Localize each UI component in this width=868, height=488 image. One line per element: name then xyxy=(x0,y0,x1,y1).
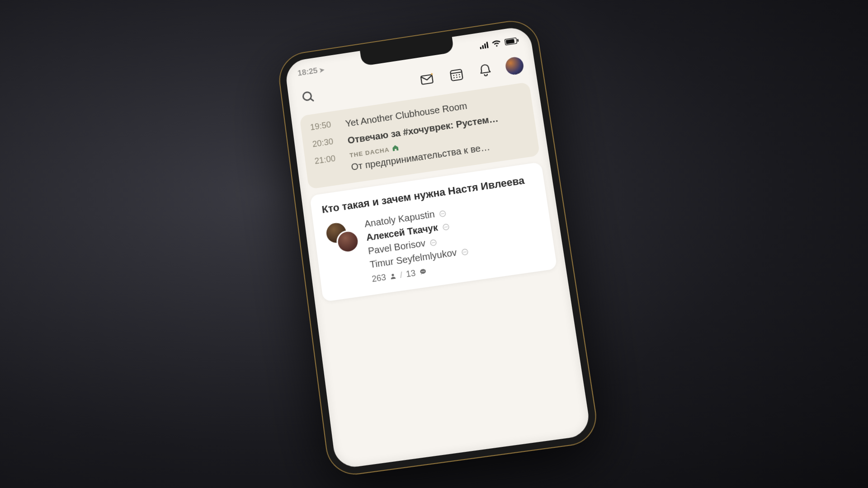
svg-point-29 xyxy=(466,251,467,252)
svg-point-12 xyxy=(456,77,458,78)
svg-point-23 xyxy=(432,242,433,243)
chat-bubble-icon xyxy=(429,237,438,246)
svg-point-27 xyxy=(463,252,464,253)
svg-point-21 xyxy=(447,226,448,227)
wifi-icon xyxy=(491,39,502,48)
svg-point-30 xyxy=(392,274,394,277)
search-icon[interactable] xyxy=(299,88,317,106)
chat-bubble-icon xyxy=(438,208,447,217)
svg-point-17 xyxy=(443,213,444,214)
speech-icon xyxy=(419,268,428,276)
schedule-time: 20:30 xyxy=(312,136,340,150)
battery-icon xyxy=(505,37,519,46)
chat-bubble-icon xyxy=(441,221,450,231)
person-icon xyxy=(389,272,397,280)
envelope-sparkle-icon[interactable] xyxy=(418,70,437,89)
svg-rect-2 xyxy=(517,39,519,42)
svg-point-11 xyxy=(453,77,455,79)
cellular-signal-icon xyxy=(479,42,489,49)
listener-count: 263 xyxy=(371,272,387,284)
schedule-time: 21:00 xyxy=(314,153,342,166)
svg-point-24 xyxy=(433,242,434,243)
bell-icon[interactable] xyxy=(476,61,495,80)
svg-point-13 xyxy=(459,76,460,78)
house-icon xyxy=(392,144,399,153)
schedule-time: 19:50 xyxy=(310,119,338,132)
location-services-icon: ➤ xyxy=(319,66,325,74)
svg-line-7 xyxy=(451,72,462,74)
svg-line-4 xyxy=(311,98,313,101)
speaker-avatars xyxy=(324,218,361,255)
svg-point-10 xyxy=(458,74,460,75)
speaker-count: 13 xyxy=(406,268,416,279)
calendar-icon[interactable] xyxy=(447,65,466,84)
profile-avatar[interactable] xyxy=(505,56,525,76)
svg-rect-1 xyxy=(505,39,514,44)
svg-point-20 xyxy=(445,226,446,227)
svg-point-25 xyxy=(434,242,435,243)
svg-point-15 xyxy=(441,213,442,214)
svg-point-16 xyxy=(442,213,443,214)
status-time: 18:25 xyxy=(297,66,318,78)
phone-frame: 18:25 ➤ xyxy=(277,18,599,477)
chat-bubble-icon xyxy=(460,246,469,256)
svg-point-8 xyxy=(453,75,454,76)
svg-point-9 xyxy=(456,75,457,76)
svg-point-28 xyxy=(464,252,465,253)
svg-point-19 xyxy=(444,227,445,228)
